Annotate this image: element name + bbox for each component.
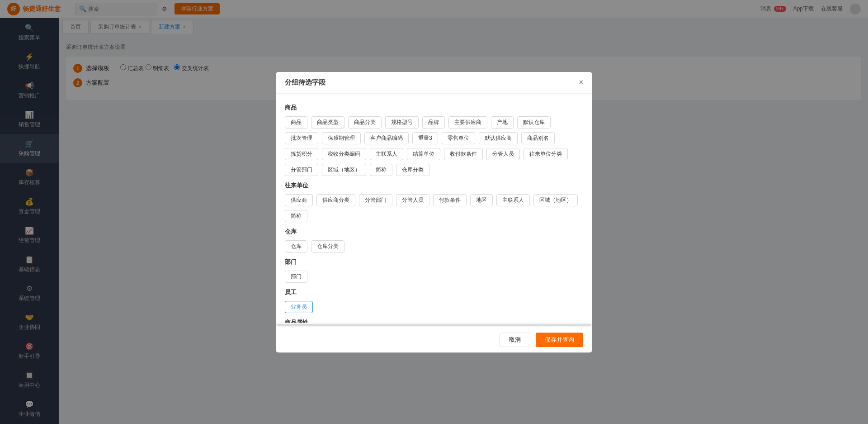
modal-title: 分组待选字段 bbox=[285, 78, 326, 87]
modal-body[interactable]: 商品 商品 商品类型 商品分类 规格型号 品牌 主要供应商 产地 默认仓库 批次… bbox=[276, 94, 592, 108]
modal-field-select: 分组待选字段 × 商品 商品 商品类型 商品分类 规格型号 品牌 主要供应商 产… bbox=[276, 72, 592, 108]
modal-header: 分组待选字段 × bbox=[276, 72, 592, 94]
section-title-goods: 商品 bbox=[285, 104, 583, 108]
modal-overlay: 分组待选字段 × 商品 商品 商品类型 商品分类 规格型号 品牌 主要供应商 产… bbox=[0, 0, 868, 107]
modal-close-icon[interactable]: × bbox=[579, 78, 583, 86]
